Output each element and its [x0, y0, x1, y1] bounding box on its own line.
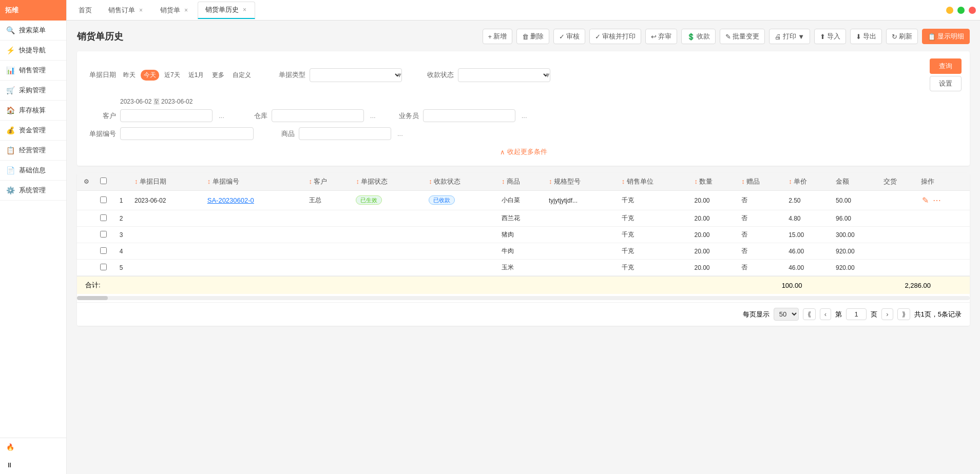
col-doc-status[interactable]: ↕ 单据状态 — [353, 173, 426, 191]
tab-sales-goods[interactable]: 销货单 × — [152, 2, 197, 19]
row-sales-unit-col: 千克 — [619, 227, 691, 243]
filter-docno-input[interactable] — [120, 127, 254, 140]
select-all-checkbox[interactable] — [100, 177, 107, 184]
sort-spec-icon: ↕ — [549, 177, 552, 185]
collect-button[interactable]: 💲 收款 — [681, 29, 716, 44]
audit-print-button[interactable]: ✓ 审核并打印 — [589, 29, 641, 44]
sidebar-item-ops-mgmt[interactable]: 📋 经营管理 — [0, 141, 66, 161]
edit-action-btn[interactable]: ✎ — [921, 194, 930, 206]
tab-sales-history-close[interactable]: × — [242, 6, 247, 13]
sidebar-bottom-icon1[interactable]: 🔥 — [0, 438, 66, 456]
delete-button[interactable]: 🗑 删除 — [516, 29, 549, 44]
audit-button[interactable]: ✓ 审核 — [553, 29, 585, 44]
filter-goods-input[interactable] — [299, 127, 391, 140]
new-button[interactable]: + 新增 — [483, 29, 513, 44]
sidebar-item-sales-mgmt[interactable]: 📊 销售管理 — [0, 61, 66, 81]
sidebar-item-finance-mgmt[interactable]: 💰 资金管理 — [0, 121, 66, 141]
col-date[interactable]: ↕ 单据日期 — [131, 173, 204, 191]
col-docno[interactable]: ↕ 单据编号 — [204, 173, 306, 191]
scrollbar-area[interactable] — [77, 296, 970, 300]
row-checkbox-2[interactable] — [100, 231, 107, 238]
batch-change-button[interactable]: ✎ 批量变更 — [720, 29, 765, 44]
scrollbar-thumb[interactable] — [77, 296, 108, 300]
last-page-btn[interactable]: ⟫ — [897, 308, 910, 320]
filter-customer-input[interactable] — [120, 109, 213, 122]
col-customer[interactable]: ↕ 客户 — [306, 173, 353, 191]
tab-sales-order-close[interactable]: × — [138, 7, 144, 14]
customer-ellipsis-btn[interactable]: ... — [217, 111, 226, 121]
col-quantity[interactable]: ↕ 数量 — [691, 173, 738, 191]
row-goods-col: 小白菜 — [498, 191, 546, 210]
col-gift[interactable]: ↕ 赠品 — [738, 173, 785, 191]
filter-doc-type-label: 单据类型 — [275, 70, 305, 80]
col-goods[interactable]: ↕ 商品 — [498, 173, 546, 191]
filter-date-label: 单据日期 — [85, 70, 116, 80]
row-checkbox-1[interactable] — [100, 214, 107, 221]
sys-mgmt-icon: ⚙️ — [6, 186, 15, 194]
filter-setting-button[interactable]: 设置 — [930, 76, 962, 91]
filter-salesperson-input[interactable] — [423, 109, 515, 122]
import-button[interactable]: ⬆ 导入 — [814, 29, 846, 44]
row-doc-status-col — [353, 243, 426, 260]
sidebar-item-quick-nav[interactable]: ⚡ 快捷导航 — [0, 41, 66, 61]
page-title: 销货单历史 — [77, 30, 123, 43]
more-action-btn[interactable]: ⋯ — [932, 194, 942, 206]
sidebar-item-sys-mgmt[interactable]: ⚙️ 系统管理 — [0, 181, 66, 201]
window-maximize-btn[interactable] — [957, 7, 965, 14]
per-page-select[interactable]: 50 — [774, 308, 799, 321]
filter-doc-type-select[interactable] — [310, 68, 402, 82]
window-controls — [946, 7, 976, 14]
tab-sales-order[interactable]: 销售订单 × — [101, 2, 151, 19]
date-tag-1month[interactable]: 近1月 — [185, 70, 207, 81]
goods-ellipsis-btn[interactable]: ... — [395, 129, 405, 139]
col-sales-unit[interactable]: ↕ 销售单位 — [619, 173, 691, 191]
doc-no-link[interactable]: SA-20230602-0 — [207, 196, 254, 204]
page-content: 销货单历史 + 新增 🗑 删除 ✓ 审核 ✓ 审核并打印 — [67, 21, 980, 474]
tab-sales-history[interactable]: 销货单历史 × — [198, 2, 255, 19]
tab-sales-goods-close[interactable]: × — [183, 7, 189, 14]
date-tag-today[interactable]: 今天 — [141, 70, 159, 81]
print-button[interactable]: 🖨 打印 ▼ — [769, 29, 810, 44]
total-records: 共1页，5条记录 — [914, 310, 962, 319]
date-tag-yesterday[interactable]: 昨天 — [120, 70, 139, 81]
page-number-input[interactable] — [846, 308, 867, 320]
col-spec[interactable]: ↕ 规格型号 — [546, 173, 619, 191]
salesperson-ellipsis-btn[interactable]: ... — [520, 111, 529, 121]
sidebar-item-inventory[interactable]: 🏠 库存核算 — [0, 101, 66, 121]
abandon-button[interactable]: ↩ 弃审 — [645, 29, 677, 44]
filter-payment-status-select[interactable] — [458, 68, 550, 82]
next-page-btn[interactable]: › — [881, 308, 893, 320]
date-tag-custom[interactable]: 自定义 — [229, 70, 254, 81]
row-spec-col — [546, 243, 619, 260]
summary-row: 合计: 100.00 2,286.00 — [77, 276, 970, 294]
row-goods-col: 猪肉 — [498, 227, 546, 243]
row-setting-col — [77, 210, 95, 227]
row-checkbox-3[interactable] — [100, 247, 107, 254]
col-pay-status[interactable]: ↕ 收款状态 — [426, 173, 498, 191]
first-page-btn[interactable]: ⟪ — [803, 308, 816, 320]
col-unit-price[interactable]: ↕ 单价 — [785, 173, 833, 191]
export-button[interactable]: ⬇ 导出 — [850, 29, 882, 44]
query-button[interactable]: 查询 — [930, 58, 962, 74]
row-checkbox-0[interactable] — [100, 196, 107, 203]
row-amount-col: 96.00 — [833, 210, 880, 227]
date-tag-7days[interactable]: 近7天 — [161, 70, 183, 81]
window-close-btn[interactable] — [969, 7, 976, 14]
row-quantity-col: 20.00 — [691, 191, 738, 210]
show-detail-button[interactable]: 📋 显示明细 — [922, 29, 970, 44]
window-minimize-btn[interactable] — [946, 7, 953, 14]
sidebar-item-basic-info[interactable]: 📄 基础信息 — [0, 161, 66, 181]
sidebar-item-purchase-mgmt[interactable]: 🛒 采购管理 — [0, 81, 66, 101]
date-tag-more[interactable]: 更多 — [209, 70, 227, 81]
filter-collapse-more[interactable]: ∧ 收起更多条件 — [85, 145, 962, 159]
col-setting[interactable]: ⚙ — [77, 173, 95, 191]
pause-icon: ⏸ — [6, 461, 13, 469]
warehouse-ellipsis-btn[interactable]: ... — [368, 111, 378, 121]
filter-warehouse-input[interactable] — [272, 109, 364, 122]
sidebar-item-search-menu[interactable]: 🔍 搜索菜单 — [0, 21, 66, 41]
row-checkbox-4[interactable] — [100, 264, 107, 270]
prev-page-btn[interactable]: ‹ — [820, 308, 831, 320]
sidebar-bottom-icon2[interactable]: ⏸ — [0, 456, 66, 474]
refresh-button[interactable]: ↻ 刷新 — [886, 29, 918, 44]
tab-home[interactable]: 首页 — [71, 2, 100, 19]
